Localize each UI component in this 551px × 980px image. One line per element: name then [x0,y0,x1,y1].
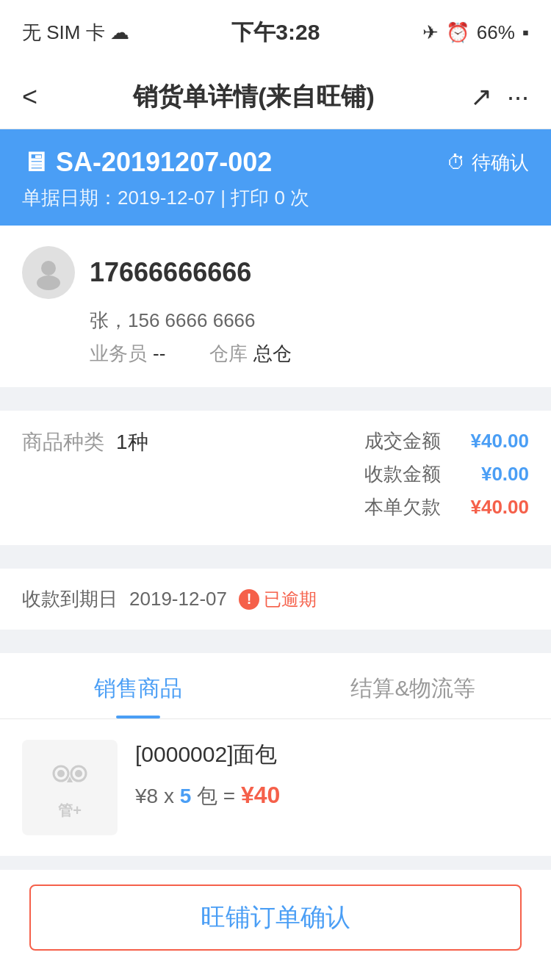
product-total: ¥40 [241,782,280,808]
nav-left: < [22,82,37,112]
page-title: 销货单详情(来自旺铺) [133,80,375,114]
warehouse-label: 仓库 [209,341,248,367]
divider-1 [0,399,551,411]
status-right: ✈ ⏰ 66% ▪ [422,21,529,44]
amount-label-1: 成交金额 [364,428,441,454]
divider-2 [0,557,551,569]
customer-phone: 17666666666 [90,257,251,288]
product-type: 商品种类 1种 [22,428,148,456]
location-icon: ✈ [422,21,439,44]
svg-point-1 [37,275,60,290]
tab-settlement[interactable]: 结算&物流等 [276,653,551,718]
order-number: 🖥 SA-20191207-002 [22,147,272,178]
summary-section: 商品种类 1种 成交金额 ¥40.00 收款金额 ¥0.00 本单欠款 ¥40.… [0,411,551,545]
nav-right: ↗ ··· [470,82,529,112]
status-bar: 无 SIM 卡 ☁ 下午3:28 ✈ ⏰ 66% ▪ [0,0,551,65]
customer-name-detail: 张，156 6666 6666 [22,308,529,334]
back-button[interactable]: < [22,82,37,112]
salesperson-item: 业务员 -- [90,341,165,367]
tabs-section: 销售商品 结算&物流等 [0,653,551,719]
amount-row-3: 本单欠款 ¥40.00 [364,494,529,520]
status-time: 下午3:28 [231,18,320,48]
nav-bar: < 销货单详情(来自旺铺) ↗ ··· [0,65,551,129]
order-status-badge: ⏱ 待确认 [447,150,529,176]
order-number-text: SA-20191207-002 [56,147,272,178]
price-x: x [164,785,180,807]
clock-icon: ⏱ [447,151,466,174]
tabs-bar: 销售商品 结算&物流等 [0,653,551,719]
overdue-text: 已逾期 [264,588,317,611]
sim-status: 无 SIM 卡 ☁ [22,20,129,46]
amount-row-2: 收款金额 ¥0.00 [364,461,529,487]
order-header-card: 🖥 SA-20191207-002 ⏱ 待确认 单据日期：2019-12-07 … [0,129,551,226]
overdue-icon: ! [239,589,259,610]
divider-3 [0,641,551,653]
equals-sign: = [223,785,241,807]
product-type-label: 商品种类 [22,428,104,456]
tab-sales-products[interactable]: 销售商品 [0,653,276,718]
amount-value-1: ¥40.00 [470,430,529,453]
order-status-text: 待确认 [472,150,529,176]
warehouse-item: 仓库 总仓 [209,341,292,367]
battery-icon: ▪ [522,21,529,44]
order-date: 单据日期：2019-12-07 | 打印 0 次 [22,185,529,211]
svg-point-0 [41,261,56,275]
product-image: 管+ [22,740,118,835]
status-left: 无 SIM 卡 ☁ [22,20,129,46]
svg-point-4 [57,770,65,777]
product-section: 管+ [0000002]面包 ¥8 x 5 包 = ¥40 [0,719,551,856]
product-unit: 包 [197,785,217,807]
product-info: [0000002]面包 ¥8 x 5 包 = ¥40 [135,740,529,810]
due-date-value: 2019-12-07 [129,588,227,610]
price-unit: ¥8 [135,785,158,807]
product-type-value: 1种 [116,428,148,456]
svg-point-5 [75,770,82,777]
amount-value-2: ¥0.00 [481,463,529,486]
product-name: [0000002]面包 [135,740,529,770]
avatar [22,246,75,299]
amount-row-1: 成交金额 ¥40.00 [364,428,529,454]
amount-value-3: ¥40.00 [470,496,529,519]
salesperson-label: 业务员 [90,341,147,367]
battery-status: 66% [477,21,515,44]
product-price: ¥8 x 5 包 = ¥40 [135,782,529,810]
customer-meta: 业务员 -- 仓库 总仓 [22,341,529,367]
amount-label-2: 收款金额 [364,461,441,487]
customer-section: 17666666666 张，156 6666 6666 业务员 -- 仓库 总仓 [0,226,551,387]
due-date-label: 收款到期日 [22,586,118,612]
bottom-bar: 旺铺订单确认 [0,870,551,980]
warehouse-value: 总仓 [253,341,292,367]
more-button[interactable]: ··· [507,82,529,112]
due-date-section: 收款到期日 2019-12-07 ! 已逾期 [0,569,551,630]
alarm-icon: ⏰ [446,21,469,44]
confirm-button[interactable]: 旺铺订单确认 [29,884,522,951]
salesperson-value: -- [153,342,165,365]
amount-label-3: 本单欠款 [364,494,441,520]
order-icon: 🖥 [22,147,48,178]
share-button[interactable]: ↗ [470,82,492,112]
product-quantity: 5 [180,785,192,807]
amounts-section: 成交金额 ¥40.00 收款金额 ¥0.00 本单欠款 ¥40.00 [364,428,529,527]
overdue-badge: ! 已逾期 [239,588,317,611]
